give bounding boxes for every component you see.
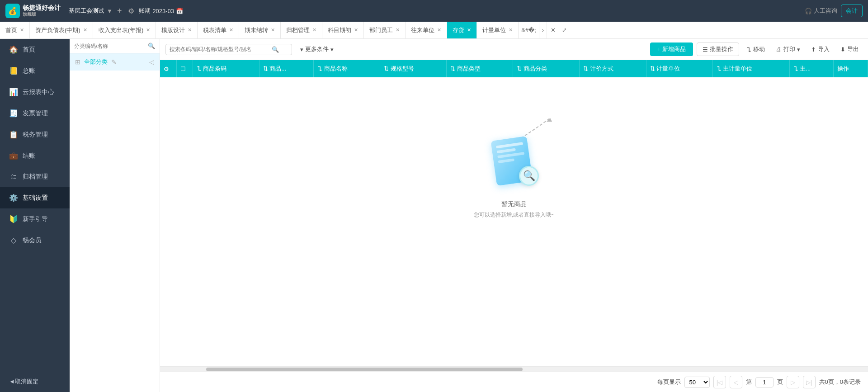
tab-bar: 首页 ✕ 资产负债表(中期) ✕ 收入支出表(年报) ✕ 模版设计 ✕ 税表清单… — [0, 22, 868, 39]
tab-home-close[interactable]: ✕ — [20, 27, 24, 33]
sidebar-item-ledger[interactable]: 📒 总账 — [0, 60, 70, 81]
sidebar-guide-label: 新手引导 — [23, 215, 48, 223]
page-first-button[interactable]: |◁ — [713, 376, 726, 388]
sidebar-item-tax[interactable]: 📋 税务管理 — [0, 124, 70, 145]
th-code[interactable]: ⇅ 商品... — [259, 60, 313, 77]
th-barcode[interactable]: ⇅ 商品条码 — [193, 60, 259, 77]
scroll-thumb[interactable] — [206, 368, 523, 371]
tab-archive-close[interactable]: ✕ — [312, 27, 316, 33]
collapse-panel-icon[interactable]: ◁ — [149, 58, 154, 66]
left-panel: 🔍 ⊞ 全部分类 ✎ ◁ — [70, 39, 160, 392]
category-search-icon[interactable]: 🔍 — [148, 43, 155, 49]
tab-department[interactable]: 部门员工 ✕ — [364, 22, 406, 39]
per-page-select[interactable]: 50 20 100 — [684, 377, 710, 388]
category-all-item[interactable]: ⊞ 全部分类 ✎ ◁ — [70, 53, 160, 71]
add-product-button[interactable]: + 新增商品 — [650, 43, 693, 56]
tab-period-end-label: 期末结转 — [245, 26, 268, 34]
tab-department-close[interactable]: ✕ — [396, 27, 400, 33]
th-type[interactable]: ⇅ 商品类型 — [447, 60, 513, 77]
th-checkbox[interactable]: ☐ — [176, 60, 193, 77]
page-prev-button[interactable]: ◁ — [730, 376, 742, 388]
tab-period-end[interactable]: 期末结转 ✕ — [239, 22, 281, 39]
th-main-unit-label: ⇅ 主计量单位 — [717, 65, 753, 72]
tab-inventory-close[interactable]: ✕ — [467, 27, 471, 33]
tab-template[interactable]: 模版设计 ✕ — [156, 22, 198, 39]
print-icon: 🖨 — [776, 46, 782, 53]
move-button[interactable]: ⇅ 移动 — [743, 43, 769, 56]
tab-income-close[interactable]: ✕ — [146, 27, 150, 33]
header-period: 账期 2023-03 📅 — [139, 7, 183, 15]
tab-unit[interactable]: 计量单位 ✕ — [477, 22, 519, 39]
tab-balance[interactable]: 资产负债表(中期) ✕ — [30, 22, 93, 39]
th-unit[interactable]: ⇅ 计量单位 — [646, 60, 712, 77]
page-last-button[interactable]: ▷| — [803, 376, 816, 388]
th-col3[interactable]: ⇅ 主... — [789, 60, 834, 77]
headset-icon: 🎧 — [805, 8, 812, 14]
horizontal-scrollbar[interactable] — [160, 366, 868, 372]
company-dropdown-icon[interactable]: ▼ — [107, 8, 113, 14]
sidebar: 🏠 首页 📒 总账 📊 云报表中心 🧾 发票管理 📋 税务管理 💼 结账 🗂 归… — [0, 39, 70, 392]
th-name[interactable]: ⇅ 商品名称 — [314, 60, 380, 77]
tab-contacts[interactable]: 往来单位 ✕ — [406, 22, 447, 39]
support-button[interactable]: 🎧 人工咨询 — [805, 7, 837, 15]
sidebar-closing-label: 结账 — [23, 152, 35, 160]
th-category[interactable]: ⇅ 商品分类 — [513, 60, 580, 77]
tab-income[interactable]: 收入支出表(年报) ✕ — [93, 22, 156, 39]
tab-archive[interactable]: 归档管理 ✕ — [281, 22, 322, 39]
tab-unit-label: 计量单位 — [482, 26, 506, 34]
print-button[interactable]: 🖨 打印 ▾ — [772, 43, 804, 56]
account-button[interactable]: 会计 — [841, 5, 863, 17]
sidebar-item-invoice[interactable]: 🧾 发票管理 — [0, 103, 70, 124]
tab-home-label: 首页 — [5, 26, 17, 34]
th-spec-label: ⇅ 规格型号 — [384, 65, 414, 72]
tab-close-all[interactable]: ✕ — [547, 22, 559, 39]
sidebar-item-guide[interactable]: 🔰 新手引导 — [0, 208, 70, 230]
tab-home[interactable]: 首页 ✕ — [0, 22, 30, 39]
sidebar-item-home[interactable]: 🏠 首页 — [0, 39, 70, 60]
tab-subject-init-close[interactable]: ✕ — [354, 27, 358, 33]
tab-nav-right[interactable]: › — [539, 22, 547, 39]
sidebar-home-label: 首页 — [23, 46, 35, 54]
sidebar-item-closing[interactable]: 💼 结账 — [0, 145, 70, 166]
tab-subject-init[interactable]: 科目期初 ✕ — [322, 22, 364, 39]
import-button[interactable]: ⬆ 导入 — [807, 43, 833, 56]
add-tab-button[interactable]: + — [117, 6, 122, 16]
sidebar-item-settings[interactable]: ⚙️ 基础设置 — [0, 187, 70, 208]
logo-icon: 💰 — [5, 4, 20, 18]
tab-unit-close[interactable]: ✕ — [509, 27, 513, 33]
th-price-method[interactable]: ⇅ 计价方式 — [580, 60, 646, 77]
sidebar-item-member[interactable]: ◇ 畅会员 — [0, 230, 70, 251]
tab-inventory[interactable]: 存货 ✕ — [447, 22, 477, 39]
product-search-icon[interactable]: 🔍 — [272, 46, 279, 53]
sidebar-member-label: 畅会员 — [23, 236, 42, 245]
page-next-button[interactable]: ▷ — [787, 376, 799, 388]
sidebar-item-archive[interactable]: 🗂 归档管理 — [0, 166, 70, 187]
tab-contacts-close[interactable]: ✕ — [437, 27, 441, 33]
calendar-icon[interactable]: 📅 — [176, 8, 183, 14]
th-settings[interactable]: ⚙ — [160, 60, 176, 77]
tab-tax-list[interactable]: 税表清单 ✕ — [198, 22, 239, 39]
tab-balance-close[interactable]: ✕ — [83, 27, 87, 33]
th-action: 操作 — [834, 60, 868, 77]
batch-operation-button[interactable]: ☰ 批量操作 — [697, 43, 739, 56]
filter-button[interactable]: ▾ 更多条件 ▾ — [297, 43, 337, 55]
th-spec[interactable]: ⇅ 规格型号 — [380, 60, 447, 77]
tab-department-label: 部门员工 — [369, 26, 393, 34]
tab-nav-left[interactable]: &#�; — [519, 22, 539, 39]
tab-period-end-close[interactable]: ✕ — [271, 27, 275, 33]
page-number-input[interactable] — [755, 377, 774, 387]
header-settings-icon[interactable]: ⚙ — [128, 7, 134, 15]
tab-expand[interactable]: ⤢ — [559, 22, 570, 39]
edit-category-icon[interactable]: ✎ — [111, 58, 117, 66]
sidebar-item-reports[interactable]: 📊 云报表中心 — [0, 81, 70, 103]
home-icon: 🏠 — [9, 45, 18, 54]
tab-contacts-label: 往来单位 — [411, 26, 434, 34]
th-main-unit[interactable]: ⇅ 主计量单位 — [712, 60, 789, 77]
sidebar-unpin-button[interactable]: ◄取消固定 — [0, 371, 70, 392]
page-suffix: 页 — [777, 378, 783, 386]
category-search-input[interactable] — [74, 43, 145, 49]
tab-tax-list-close[interactable]: ✕ — [229, 27, 233, 33]
export-button[interactable]: ⬇ 导出 — [837, 43, 863, 56]
tab-template-close[interactable]: ✕ — [188, 27, 192, 33]
product-search-input[interactable] — [170, 46, 269, 52]
